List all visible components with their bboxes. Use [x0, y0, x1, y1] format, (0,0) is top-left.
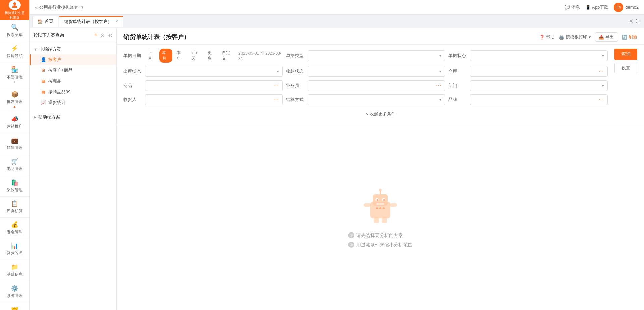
settlement-select[interactable]: ▾ [308, 94, 445, 105]
refresh-button[interactable]: 🔄 刷新 [622, 34, 637, 40]
filter-row-2: 出库状态 ▾ 收款状态 ▾ [123, 66, 608, 77]
date-tab-last-7[interactable]: 近7天 [188, 49, 203, 63]
sidebar-item-operations[interactable]: 📊 经营管理 [0, 239, 29, 260]
department-dropdown-arrow: ▾ [602, 84, 604, 88]
app-download-label: App下载 [592, 4, 608, 10]
page-header: 销货单统计表（按客户） ❓ 帮助 🖨️ 按模板打印 ▾ 📤 导出 [117, 28, 644, 45]
brand-dots: ··· [599, 97, 604, 103]
sidebar-item-purchase-label: 采购管理 [7, 187, 23, 193]
svg-point-16 [383, 207, 385, 209]
salesperson-select[interactable]: ··· [308, 80, 445, 91]
brand-filter-item: 品牌 ··· [448, 94, 608, 105]
sidebar-item-marketing[interactable]: 📣 营销推广 [0, 112, 29, 133]
close-window-icon[interactable]: ✕ [629, 18, 633, 24]
product-select[interactable]: ··· [145, 80, 283, 91]
tree-child-by-product-99[interactable]: ▦ 按商品品99 [30, 87, 116, 97]
tree-child-by-product[interactable]: ▦ 按商品 [30, 76, 116, 87]
department-filter-item: 部门 ▾ [448, 80, 608, 91]
print-dropdown-arrow: ▾ [589, 35, 591, 40]
tab-sales-stats-label: 销货单统计表（按客户） [64, 19, 112, 25]
collapse-panel-button[interactable]: ≪ [107, 33, 112, 38]
date-tab-custom[interactable]: 自定义 [219, 49, 236, 63]
warehouse-label: 仓库 [448, 68, 467, 74]
tab-sales-stats[interactable]: 销货单统计表（按客户） ✕ [59, 16, 123, 27]
content-area: 按以下方案查询 + ⊙ ≪ ▼ 电脑端方案 👤 按客户 ⊞ 按客 [30, 28, 644, 310]
tab-close-button[interactable]: ✕ [115, 19, 118, 24]
sidebar-item-sales[interactable]: 💼 销售管理 [0, 133, 29, 154]
svg-point-5 [377, 199, 378, 201]
warehouse-select[interactable]: ··· [470, 66, 608, 77]
export-icon: 📤 [599, 35, 604, 40]
user-profile[interactable]: Ea demo2 [614, 3, 639, 12]
marketing-icon: 📣 [11, 115, 18, 123]
tree-child-refund-stats[interactable]: 📈 退货统计 [30, 97, 116, 108]
department-select[interactable]: ▾ [470, 80, 608, 91]
logo-icon [9, 0, 21, 10]
out-status-select[interactable]: ▾ [145, 66, 283, 77]
recipient-select[interactable]: ··· [145, 94, 283, 105]
tree-parent-mobile[interactable]: ▶ 移动端方案 [30, 112, 116, 122]
message-label: 消息 [571, 4, 580, 10]
product-label: 商品 [123, 83, 142, 89]
sidebar-item-sales-label: 销售管理 [7, 145, 23, 151]
sidebar-item-enterprise[interactable]: 🤝 企业协同 [0, 302, 29, 310]
tab-home-label: 首页 [45, 18, 53, 24]
tree-child-by-customer-product[interactable]: ⊞ 按客户+商品 [30, 65, 116, 76]
tree-arrow-desktop: ▼ [34, 47, 37, 51]
collapse-conditions-button[interactable]: ∧ 收起更多条件 [123, 108, 637, 120]
payment-status-select[interactable]: ▾ [308, 66, 445, 77]
tree-child-by-customer[interactable]: 👤 按客户 [30, 54, 116, 65]
date-tab-this-month[interactable]: 本月 [159, 49, 172, 63]
sidebar-item-wholesale[interactable]: 📦 批发管理 ▲ [0, 87, 29, 112]
sidebar-item-retail[interactable]: 🏪 零售管理 ▼ [0, 62, 29, 87]
sidebar-item-basic[interactable]: 📁 基础信息 [0, 260, 29, 281]
settings-button[interactable]: 设置 [614, 63, 637, 73]
maximize-icon[interactable]: ⛶ [636, 18, 641, 24]
status-select[interactable]: ▾ [470, 50, 608, 61]
salesperson-dots: ··· [436, 83, 441, 89]
empty-state-text: ① 请先选择要分析的方案 ② 用过滤条件来缩小分析范围 [348, 230, 413, 249]
product-icon: ▦ [40, 78, 46, 84]
sidebar-item-purchase[interactable]: 🛍️ 采购管理 [0, 175, 29, 197]
filter-area: 单据日期 上月 本月 本年 近7天 更多 自定义 [117, 45, 644, 124]
finance-icon: 💰 [11, 221, 18, 228]
query-button[interactable]: 查询 [614, 49, 637, 60]
step-num-1: ① [348, 232, 354, 238]
date-tab-more[interactable]: 更多 [205, 49, 218, 63]
app-download-icon: 📱 [585, 5, 591, 10]
print-template-button[interactable]: 🖨️ 按模板打印 ▾ [559, 34, 591, 40]
out-status-dropdown-arrow: ▾ [277, 69, 279, 74]
tree-parent-desktop[interactable]: ▼ 电脑端方案 [30, 44, 116, 54]
help-button[interactable]: ❓ 帮助 [539, 34, 555, 40]
tree-parent-desktop-label: 电脑端方案 [39, 46, 61, 52]
home-icon: 🏠 [37, 19, 43, 24]
export-label: 导出 [605, 34, 614, 40]
user-avatar: Ea [614, 3, 623, 12]
payment-status-filter-item: 收款状态 ▾ [286, 66, 445, 77]
date-filter-item: 单据日期 上月 本月 本年 近7天 更多 自定义 [123, 49, 283, 63]
sidebar-item-search[interactable]: 🔍 搜索菜单 [0, 20, 29, 41]
product-dots: ··· [273, 83, 279, 89]
payment-status-dropdown-arrow: ▾ [439, 69, 441, 74]
sidebar-item-inventory[interactable]: 📋 库存核算 [0, 197, 29, 218]
status-dropdown-arrow: ▾ [602, 54, 604, 58]
type-select[interactable]: ▾ [308, 50, 445, 61]
tree-child-by-customer-label: 按客户 [48, 57, 61, 63]
settings-scheme-button[interactable]: ⊙ [100, 32, 105, 38]
export-button[interactable]: 📤 导出 [595, 32, 618, 42]
svg-point-0 [13, 2, 16, 5]
date-tab-this-year[interactable]: 本年 [174, 49, 187, 63]
date-tab-last-month[interactable]: 上月 [145, 49, 158, 63]
out-status-filter-item: 出库状态 ▾ [123, 66, 283, 77]
tab-home[interactable]: 🏠 首页 [32, 16, 58, 27]
sidebar-item-finance[interactable]: 💰 资金管理 [0, 218, 29, 239]
sidebar-logo: 畅捷通好生意 标准版 [0, 0, 29, 20]
workspace-dropdown-arrow[interactable]: ▾ [81, 5, 84, 10]
sidebar-item-quick-nav[interactable]: ⚡ 快捷导航 [0, 41, 29, 62]
add-scheme-button[interactable]: + [94, 32, 98, 39]
sidebar-item-system[interactable]: ⚙️ 系统管理 [0, 281, 29, 302]
sidebar-item-ecommerce[interactable]: 🛒 电商管理 [0, 154, 29, 175]
app-download-button[interactable]: 📱 App下载 [585, 4, 608, 10]
brand-select[interactable]: ··· [470, 94, 608, 105]
message-button[interactable]: 💬 消息 [565, 4, 580, 10]
